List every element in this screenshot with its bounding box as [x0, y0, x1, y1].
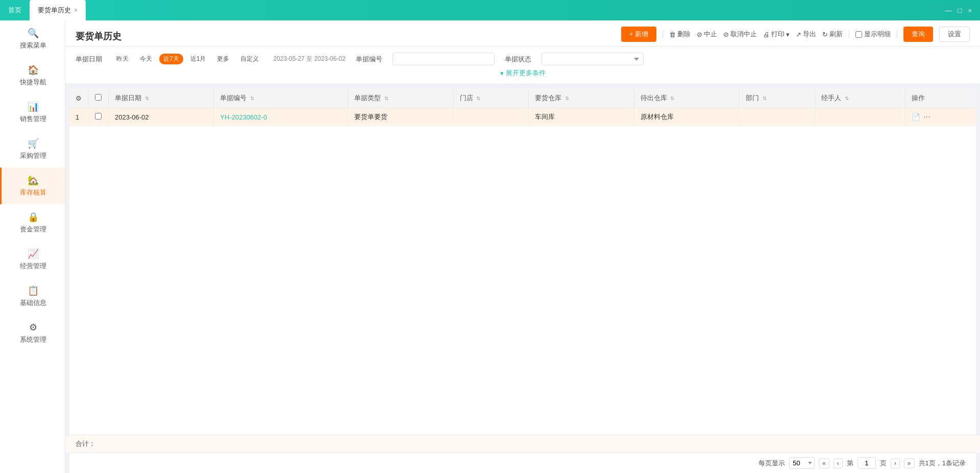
delete-icon: 🗑	[669, 31, 676, 38]
sidebar-item-finance[interactable]: 🔒 资金管理	[0, 204, 65, 241]
delete-button[interactable]: 🗑 删除	[669, 30, 691, 39]
col-handler[interactable]: 经手人 ⇅	[815, 88, 905, 108]
sidebar-item-base[interactable]: 📋 基础信息	[0, 278, 65, 315]
sidebar-item-label: 经营管理	[20, 262, 46, 271]
col-req-warehouse-label: 要货仓库	[535, 94, 561, 102]
bill-no-input[interactable]	[393, 53, 495, 65]
col-settings[interactable]: ⚙	[69, 88, 88, 108]
setting-button[interactable]: 设置	[939, 27, 970, 42]
sidebar-item-operation[interactable]: 📈 经营管理	[0, 241, 65, 278]
col-handler-label: 经手人	[821, 94, 841, 102]
top-bar: 首页 要货单历史 × — □ ×	[0, 0, 980, 20]
query-button[interactable]: 查询	[903, 27, 933, 42]
bill-no-link[interactable]: YH-20230602-0	[220, 113, 267, 121]
col-date-label: 单据日期	[115, 94, 141, 102]
inventory-icon: 🏡	[28, 175, 39, 186]
new-button[interactable]: + 新增	[621, 27, 656, 42]
col-store[interactable]: 门店 ⇅	[453, 88, 529, 108]
page-number-input[interactable]	[857, 457, 876, 469]
more-action-icon[interactable]: ⋯	[923, 113, 930, 121]
col-department[interactable]: 部门 ⇅	[740, 88, 815, 108]
sidebar-item-label: 搜索菜单	[20, 41, 46, 50]
page-header: 要货单历史 + 新增 🗑 删除 ⊘ 中止 ⊘ 取消中止 🖨 打	[65, 20, 980, 46]
content-area: 要货单历史 + 新增 🗑 删除 ⊘ 中止 ⊘ 取消中止 🖨 打	[65, 20, 980, 473]
finance-icon: 🔒	[28, 211, 39, 223]
cell-index: 1	[69, 108, 88, 126]
table-header-row: ⚙ 单据日期 ⇅ 单据编号 ⇅ 单据类型	[69, 88, 976, 108]
print-chevron-icon: ▾	[786, 31, 790, 38]
delete-label: 删除	[677, 30, 691, 39]
col-pending-warehouse[interactable]: 待出仓库 ⇅	[634, 88, 739, 108]
expand-more-label: 展开更多条件	[506, 68, 546, 78]
row-checkbox[interactable]	[95, 113, 102, 120]
view-action-icon[interactable]: 📄	[912, 113, 920, 121]
sidebar-item-inventory[interactable]: 🏡 库存核算	[0, 168, 65, 204]
col-date[interactable]: 单据日期 ⇅	[109, 88, 214, 108]
sort-store-icon: ⇅	[476, 96, 480, 101]
display-detail-button[interactable]: 显示明细	[855, 30, 891, 39]
export-button[interactable]: ↗ 导出	[796, 30, 816, 39]
bill-no-label: 单据编号	[356, 55, 382, 64]
sidebar-item-search[interactable]: 🔍 搜索菜单	[0, 20, 65, 57]
chevron-down-icon: ▾	[500, 69, 504, 77]
tab-close-icon[interactable]: ×	[74, 7, 78, 14]
select-all-checkbox[interactable]	[95, 94, 102, 101]
tab-active[interactable]: 要货单历史 ×	[30, 0, 86, 20]
last-page-btn[interactable]: »	[904, 458, 915, 468]
base-icon: 📋	[28, 285, 39, 296]
first-page-btn[interactable]: «	[819, 458, 829, 468]
sort-bill-type-icon: ⇅	[384, 96, 388, 101]
table-row: 1 2023-06-02 YH-20230602-0 要货单要货 车间库 原材料…	[69, 108, 976, 126]
sidebar-item-quicknav[interactable]: 🏠 快捷导航	[0, 57, 65, 94]
sidebar: 🔍 搜索菜单 🏠 快捷导航 📊 销售管理 🛒 采购管理 🏡 库存核算 🔒 资金管…	[0, 20, 65, 473]
col-bill-type-label: 单据类型	[354, 94, 381, 102]
date-btn-custom[interactable]: 自定义	[236, 54, 263, 64]
col-req-warehouse[interactable]: 要货仓库 ⇅	[529, 88, 634, 108]
col-bill-type[interactable]: 单据类型 ⇅	[348, 88, 453, 108]
tab-home[interactable]: 首页	[0, 0, 30, 20]
refresh-button[interactable]: ↻ 刷新	[822, 30, 843, 39]
next-page-btn[interactable]: ›	[891, 458, 900, 468]
print-button[interactable]: 🖨 打印 ▾	[763, 30, 790, 39]
date-shortcuts: 昨天 今天 近7天 近1月 更多 自定义	[112, 54, 263, 64]
sidebar-item-purchase[interactable]: 🛒 采购管理	[0, 131, 65, 168]
per-page-label: 每页显示	[758, 459, 785, 468]
per-page-select[interactable]: 50 10 20 100	[789, 457, 815, 469]
tab-active-label: 要货单历史	[38, 6, 71, 15]
sidebar-item-system[interactable]: ⚙ 系统管理	[0, 315, 65, 351]
home-icon: 🏠	[28, 64, 39, 76]
page-label-after: 页	[880, 459, 887, 468]
status-label: 单据状态	[505, 55, 531, 64]
cell-req-warehouse: 车间库	[529, 108, 634, 126]
date-filter-label: 单据日期	[76, 55, 102, 64]
col-checkbox	[88, 88, 109, 108]
operation-icon: 📈	[28, 248, 39, 259]
status-select[interactable]	[542, 53, 644, 65]
date-btn-1month[interactable]: 近1月	[186, 54, 210, 64]
date-btn-7days[interactable]: 近7天	[159, 54, 183, 64]
date-btn-today[interactable]: 今天	[136, 54, 156, 64]
date-btn-yesterday[interactable]: 昨天	[112, 54, 133, 64]
print-icon: 🖨	[763, 31, 770, 38]
cancel-stop-button[interactable]: ⊘ 取消中止	[723, 30, 757, 39]
divider1	[663, 30, 663, 38]
sidebar-item-label: 系统管理	[20, 335, 46, 344]
maximize-btn[interactable]: □	[958, 7, 962, 14]
stop-button[interactable]: ⊘ 中止	[697, 30, 717, 39]
expand-more-btn[interactable]: ▾ 展开更多条件	[76, 68, 970, 78]
summary-label: 合计：	[76, 440, 95, 447]
date-btn-more[interactable]: 更多	[213, 54, 233, 64]
prev-page-btn[interactable]: ‹	[834, 458, 843, 468]
display-detail-checkbox[interactable]	[855, 31, 862, 38]
sidebar-item-sales[interactable]: 📊 销售管理	[0, 94, 65, 131]
col-action: 操作	[905, 88, 976, 108]
page-label-before: 第	[847, 459, 853, 468]
data-table: ⚙ 单据日期 ⇅ 单据编号 ⇅ 单据类型	[69, 88, 976, 126]
cell-checkbox	[88, 108, 109, 126]
divider3	[897, 30, 897, 38]
col-bill-no[interactable]: 单据编号 ⇅	[214, 88, 348, 108]
close-btn[interactable]: ×	[968, 7, 972, 14]
summary-row: 合计：	[65, 435, 980, 453]
minimize-btn[interactable]: —	[945, 7, 952, 14]
export-icon: ↗	[796, 31, 801, 38]
